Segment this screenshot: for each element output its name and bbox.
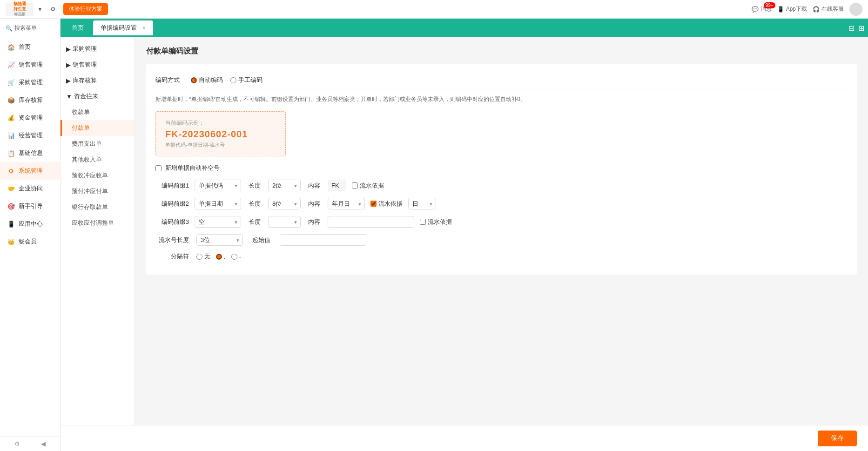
sidebar-collapse-btn[interactable]: ◀: [41, 440, 46, 447]
code-preview-value: FK-20230602-001: [165, 129, 276, 140]
sidebar-bottom: ⚙ ◀: [0, 436, 60, 451]
length1-select-wrapper: 2位 3位 4位: [268, 180, 301, 191]
prefix3-select-wrapper: 空 单据代码 单据日期: [195, 216, 241, 228]
sidebar-item-app[interactable]: 📱 应用中心: [0, 215, 60, 233]
trial-button[interactable]: 体验行业方案: [63, 3, 108, 15]
sep-dot-label: .: [224, 253, 226, 260]
sidebar-item-corp-label: 企业协同: [19, 184, 43, 193]
nav-group-sales[interactable]: ▶ 销售管理: [61, 57, 135, 73]
auto-fill-checkbox[interactable]: [155, 165, 161, 171]
sidebar-item-home[interactable]: 🏠 首页: [0, 38, 60, 56]
avatar[interactable]: [849, 3, 862, 16]
sidebar-item-basic-label: 基础信息: [19, 149, 43, 157]
sidebar-item-finance[interactable]: 💰 资金管理: [0, 109, 60, 127]
sidebar-item-corp[interactable]: 🤝 企业协同: [0, 180, 60, 197]
sidebar-item-basic[interactable]: 📋 基础信息: [0, 144, 60, 162]
tab-maximize-icon[interactable]: ⊞: [858, 24, 864, 33]
info-text: 新增单据时，*单据编码*自动生成，不可编辑。前缀设置为部门、业务员等档案类，开单…: [155, 95, 848, 104]
second-nav: ▶ 采购管理 ▶ 销售管理 ▶ 库存核算 ▼ 资金往来 收款单 付款单 费用支出…: [61, 37, 135, 425]
length3-label: 长度: [249, 218, 261, 226]
sep-none-radio[interactable]: [196, 254, 202, 260]
sep-dot-radio[interactable]: [216, 254, 222, 260]
system-icon: ⚙: [7, 167, 15, 175]
sidebar-item-member[interactable]: 👑 畅会员: [0, 233, 60, 250]
tab-home[interactable]: 首页: [64, 20, 91, 35]
nav-item-pre-payment[interactable]: 预付冲应付单: [61, 183, 135, 199]
sidebar-nav: 🏠 首页 📈 销售管理 🛒 采购管理 📦 库存核算 💰 资金管理 📊 经: [0, 38, 60, 250]
nav-item-expense[interactable]: 费用支出单: [61, 136, 135, 152]
content2-select-wrapper: 年月日 年月 年: [328, 198, 365, 209]
tab-minimize-icon[interactable]: ⊟: [848, 24, 855, 33]
nav-item-bank[interactable]: 银行存取款单: [61, 199, 135, 215]
serial3-checkbox-item[interactable]: 流水依据: [420, 218, 452, 226]
sep-none-option[interactable]: 无: [196, 252, 210, 261]
nav-item-pre-receipt[interactable]: 预收冲应收单: [61, 168, 135, 183]
nav-group-purchase[interactable]: ▶ 采购管理: [61, 41, 135, 57]
tab-close-btn[interactable]: ×: [142, 25, 146, 31]
serial1-checkbox[interactable]: [352, 182, 358, 188]
prefix2-select-wrapper: 单据日期 单据代码 空: [195, 198, 241, 209]
serial-length-row: 流水号长度 3位 4位 5位 起始值 1: [155, 234, 848, 246]
nav-group-finance[interactable]: ▼ 资金往来: [61, 88, 135, 104]
sidebar-item-system[interactable]: ⚙ 系统管理: [0, 162, 60, 180]
sidebar-settings-btn[interactable]: ⚙: [14, 440, 20, 447]
sidebar-item-guide[interactable]: 🎯 新手引导: [0, 197, 60, 215]
serial2-checkbox[interactable]: [370, 201, 377, 207]
tab-active-label: 单据编码设置: [101, 24, 137, 32]
purchase-icon: 🛒: [7, 79, 15, 86]
prefix1-select[interactable]: 单据代码 单据日期 空: [195, 180, 241, 191]
separator-row: 分隔符 无 . -: [155, 252, 848, 261]
manual-code-option[interactable]: 手工编码: [230, 76, 262, 84]
inventory-icon: 📦: [7, 96, 15, 104]
sep-dash-option[interactable]: -: [231, 253, 241, 260]
length2-select[interactable]: 8位 6位 4位: [268, 198, 301, 209]
sidebar-item-purchase[interactable]: 🛒 采购管理: [0, 74, 60, 91]
save-button[interactable]: 保存: [818, 431, 857, 446]
settings-icon[interactable]: ⚙: [47, 3, 60, 16]
length1-select[interactable]: 2位 3位 4位: [268, 180, 301, 191]
length3-select[interactable]: [268, 216, 301, 228]
service-item[interactable]: 🎧 在线客服: [813, 5, 844, 13]
nav-item-adjust[interactable]: 应收应付调整单: [61, 215, 135, 231]
sidebar: 🔍 搜索菜单 🏠 首页 📈 销售管理 🛒 采购管理 📦 库存核算 �: [0, 19, 61, 451]
manual-code-radio[interactable]: [230, 77, 236, 83]
prefix1-label: 编码前缀1: [155, 182, 189, 190]
nav-group-inventory[interactable]: ▶ 库存核算: [61, 73, 135, 88]
app-download-item[interactable]: 📱 App下载: [777, 5, 807, 13]
top-header: 畅捷通好生意标品版 ▼ ⚙ 体验行业方案 💬 消息 99+ 📱 App下载 🎧 …: [0, 0, 868, 19]
serial-length-select[interactable]: 3位 4位 5位: [196, 234, 243, 246]
sep-dash-radio[interactable]: [231, 254, 237, 260]
sidebar-item-operation[interactable]: 📊 经营管理: [0, 127, 60, 144]
serial2-checkbox-item[interactable]: 流水依据: [370, 200, 403, 208]
sep-dot-option[interactable]: .: [216, 253, 226, 260]
nav-group-sales-label: 销售管理: [73, 61, 97, 69]
prefix3-label: 编码前缀3: [155, 218, 189, 226]
tab-active[interactable]: 单据编码设置 ×: [93, 20, 153, 35]
prefix3-select[interactable]: 空 单据代码 单据日期: [195, 216, 241, 228]
nav-item-receipt[interactable]: 收款单: [61, 104, 135, 120]
start-value-input[interactable]: 1: [280, 234, 366, 246]
sidebar-item-inventory-label: 库存核算: [19, 96, 43, 104]
page-main: 付款单编码设置 编码方式 自动编码 手工编码: [135, 37, 868, 425]
nav-item-payment[interactable]: 付款单: [61, 120, 135, 136]
serial-length-label: 流水号长度: [155, 236, 189, 244]
serial1-checkbox-item[interactable]: 流水依据: [352, 182, 384, 190]
content2-select[interactable]: 年月日 年月 年: [328, 198, 365, 209]
main-panel: 编码方式 自动编码 手工编码: [146, 64, 857, 275]
message-icon-item[interactable]: 💬 消息 99+: [752, 5, 772, 13]
main-layout: 🔍 搜索菜单 🏠 首页 📈 销售管理 🛒 采购管理 📦 库存核算 �: [0, 19, 868, 451]
sidebar-item-sales[interactable]: 📈 销售管理: [0, 56, 60, 74]
serial2-unit-select[interactable]: 日 月 年: [408, 198, 436, 209]
auto-code-radio[interactable]: [191, 77, 197, 83]
serial3-checkbox[interactable]: [420, 219, 426, 225]
code-preview-box: 当前编码示例： FK-20230602-001 单据代码-单据日期-流水号: [155, 111, 286, 156]
prefix2-select[interactable]: 单据日期 单据代码 空: [195, 198, 241, 209]
content3-input[interactable]: [328, 216, 414, 228]
search-menu-btn[interactable]: 🔍 搜索菜单: [4, 22, 56, 34]
dropdown-btn[interactable]: ▼: [37, 6, 43, 13]
nav-item-other-income[interactable]: 其他收入单: [61, 152, 135, 168]
sidebar-item-inventory[interactable]: 📦 库存核算: [0, 91, 60, 109]
bottom-bar: 保存: [61, 425, 868, 451]
auto-code-option[interactable]: 自动编码: [191, 76, 223, 84]
search-icon: 🔍: [6, 25, 13, 32]
